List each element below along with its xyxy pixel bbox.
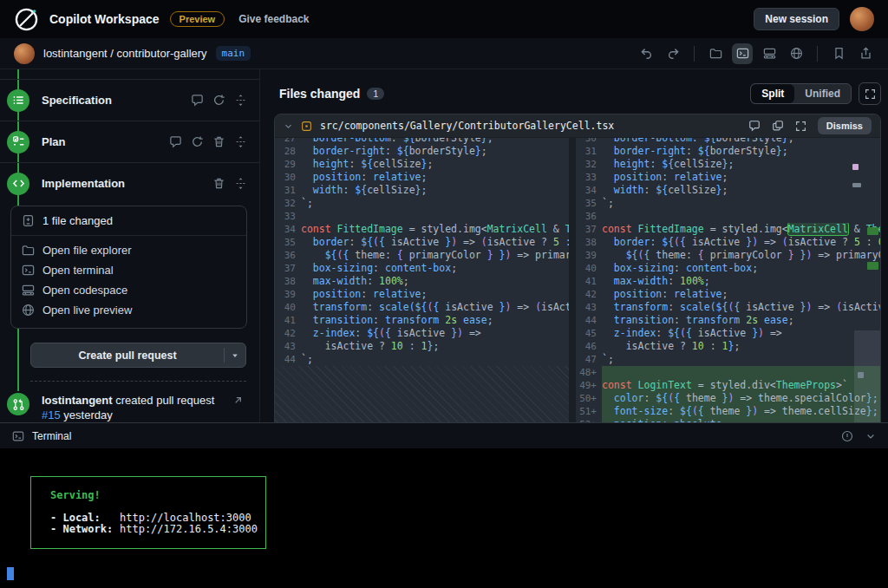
line-number: 33 (275, 210, 301, 223)
line-number: 42 (275, 327, 301, 340)
file-path[interactable]: src/components/Gallery/ContributorGaller… (320, 120, 614, 132)
diff-line-left-44: 44 `; (275, 353, 569, 366)
diff-line-left-39: 39 position: relative; (275, 288, 569, 301)
split-view-button[interactable]: Split (751, 84, 794, 103)
pr-event-user: lostintangent (42, 394, 113, 407)
link-open-terminal[interactable]: Open terminal (11, 260, 246, 280)
repo-toolbar (636, 43, 876, 64)
dismiss-button[interactable]: Dismiss (818, 117, 872, 134)
comment-icon[interactable] (191, 94, 204, 107)
toolbar-divider (817, 46, 818, 62)
dashed-divider (30, 381, 246, 382)
redo-tool-button[interactable] (663, 43, 683, 64)
diff-line-right-34: 34 width: ${cellSize}; (576, 184, 880, 197)
link-open-live-preview[interactable]: Open live preview (11, 300, 246, 320)
line-number: 27 (275, 138, 301, 145)
files-changed-count: 1 (367, 88, 384, 100)
files-changed-summary: 1 file changed (11, 206, 246, 236)
diff-line-right-32: 32 height: ${cellSize}; (576, 158, 880, 171)
sidebar-section-specification[interactable]: Specification (0, 79, 259, 121)
codespace-tool-button[interactable] (759, 43, 780, 64)
diff-line-left-41: 41 transition: transform 2s ease; (275, 314, 569, 327)
view-toggle: Split Unified (750, 83, 852, 104)
folder-tool-button[interactable] (705, 43, 726, 64)
pr-number-link[interactable]: #15 (42, 408, 61, 421)
expand-file-icon[interactable] (795, 121, 806, 132)
link-label: Open terminal (42, 264, 114, 277)
diff-line-right-38: 38 border: ${({ isActive }) => (isActive… (576, 236, 880, 249)
file-header: src/components/Gallery/ContributorGaller… (275, 114, 880, 138)
give-feedback-link[interactable]: Give feedback (238, 13, 309, 25)
unified-view-button[interactable]: Unified (794, 84, 851, 103)
pr-event-when: yesterday (63, 408, 112, 421)
terminal-header: Terminal (0, 422, 888, 448)
breadcrumb[interactable]: lostintangent / contributor-gallery (43, 47, 207, 60)
diff-card: src/components/Gallery/ContributorGaller… (274, 114, 881, 422)
line-number: 30 (275, 171, 301, 184)
collapse-file-chevron-icon[interactable] (284, 121, 293, 131)
chevron-down-icon[interactable] (225, 343, 245, 367)
info-icon[interactable] (841, 430, 853, 442)
resize-icon[interactable] (234, 135, 247, 148)
comment-icon[interactable] (748, 120, 761, 132)
diff-line-right-44: 44 transition: transform 2s ease; (576, 314, 880, 327)
expand-diff-button[interactable] (859, 82, 881, 105)
diff-line-right-30: 30 border-bottom: ${borderStyle}; (576, 138, 880, 145)
sidebar-section-plan[interactable]: Plan (0, 121, 259, 162)
branch-badge[interactable]: main (216, 46, 251, 61)
resize-icon[interactable] (234, 177, 247, 190)
link-label: Open file explorer (42, 244, 132, 257)
line-number: 52+ (576, 418, 602, 422)
sync-icon[interactable] (212, 94, 225, 107)
local-url: http://localhost:3000 (120, 512, 251, 524)
share-tool-button[interactable] (855, 43, 876, 64)
serving-text: Serving! (50, 490, 265, 501)
link-open-codespace[interactable]: Open codespace (11, 280, 246, 300)
line-number: 39 (275, 288, 301, 301)
line-number: 50+ (576, 392, 602, 405)
terminal-tool-button[interactable] (732, 43, 753, 64)
link-label: Open live preview (42, 304, 132, 317)
collapse-terminal-chevron-icon[interactable] (865, 431, 876, 441)
diff-line-left-38: 38 max-width: 100%; (275, 275, 569, 288)
diff-line-right-33: 33 position: relative; (576, 171, 880, 184)
diff-line-left-30: 30 position: relative; (275, 171, 569, 184)
trash-icon[interactable] (212, 135, 225, 148)
section-label: Specification (42, 94, 112, 107)
diff-line-left-28: 28 border-right: ${borderStyle}; (275, 145, 569, 158)
diff-line-right-43: 43 transform: scale(${({ isActive }) => … (576, 301, 880, 314)
network-label: - Network: (50, 524, 120, 535)
repo-bar: lostintangent / contributor-gallery main (0, 38, 888, 69)
line-number: 29 (275, 158, 301, 171)
terminal-icon (22, 264, 35, 277)
sidebar-section-implementation[interactable]: Implementation (0, 162, 259, 204)
terminal-output[interactable]: Serving! - Local:http://localhost:3000 -… (0, 448, 888, 588)
diff-line-left-27: 27 border-bottom: ${borderStyle}; (275, 138, 569, 145)
line-number: 40 (576, 262, 602, 275)
resize-icon[interactable] (234, 94, 247, 107)
pull-request-icon (7, 393, 29, 415)
diff-line-right-47: 47 `; (576, 353, 880, 366)
arrow-up-right-icon[interactable] (232, 395, 244, 422)
line-number: 42 (576, 288, 602, 301)
line-number: 38 (275, 275, 301, 288)
diff-line-right-42: 42 position: relative; (576, 288, 880, 301)
toolbar-divider (694, 46, 695, 62)
implementation-panel: 1 file changed Open file explorer Open t… (10, 206, 247, 329)
globe-tool-button[interactable] (786, 43, 806, 64)
sync-icon[interactable] (191, 135, 204, 148)
user-avatar[interactable] (850, 7, 874, 31)
copy-icon[interactable] (772, 120, 784, 132)
terminal-title: Terminal (32, 430, 71, 442)
terminal-icon (12, 430, 24, 442)
repo-owner-avatar (14, 43, 35, 64)
pr-event-action: created pull request (113, 394, 215, 407)
trash-icon[interactable] (212, 177, 225, 190)
bookmark-tool-button[interactable] (828, 43, 849, 64)
new-session-button[interactable]: New session (754, 8, 839, 30)
comment-icon[interactable] (169, 135, 182, 148)
create-pull-request-button[interactable]: Create pull request (30, 343, 246, 368)
undo-tool-button[interactable] (636, 43, 656, 64)
line-number: 40 (275, 301, 301, 314)
link-open-file-explorer[interactable]: Open file explorer (11, 240, 246, 260)
